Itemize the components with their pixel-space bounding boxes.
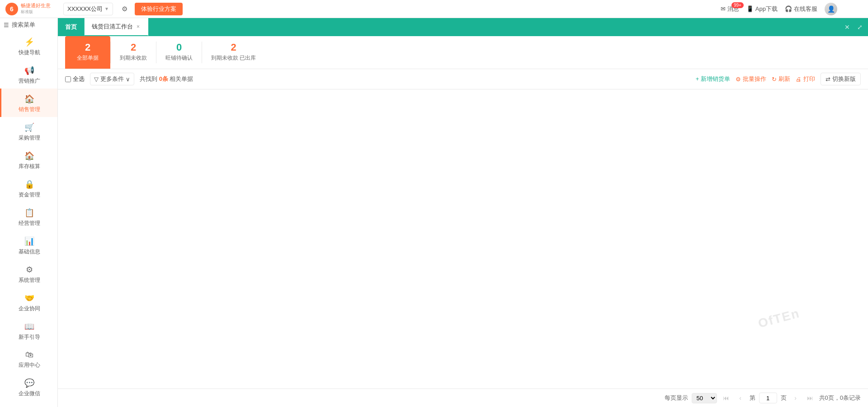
content-area: 首页 钱货日清工作台 × ✕ ⤢ 2 全部单据 2 <box>58 18 868 407</box>
sidebar-item-inventory[interactable]: 🏠 库存核算 <box>0 145 57 174</box>
inventory-icon: 🏠 <box>24 151 34 161</box>
print-label: 打印 <box>803 75 815 83</box>
sidebar-item-operations[interactable]: 📋 经营管理 <box>0 202 57 231</box>
tab-close-icon[interactable]: × <box>136 23 141 30</box>
batch-icon: ⚙ <box>736 76 741 83</box>
toolbar-right: + 新增销货单 ⚙ 批量操作 ↻ 刷新 🖨 打印 ⇄ <box>696 73 861 85</box>
print-icon: 🖨 <box>796 76 802 83</box>
page-label: 第 <box>750 394 755 402</box>
filter-button[interactable]: ▽ 更多条件 ∨ <box>90 73 134 85</box>
online-service-button[interactable]: 🎧 在线客服 <box>785 5 817 13</box>
tab-bar: 首页 钱货日清工作台 × ✕ ⤢ <box>58 18 868 36</box>
next-page-button[interactable]: › <box>790 393 801 403</box>
sidebar-item-member[interactable]: 👑 畅会员 <box>0 401 57 407</box>
sidebar-item-cooperation[interactable]: 🤝 企业协同 <box>0 288 57 316</box>
stat-num-all: 2 <box>85 42 90 53</box>
filter-arrow-icon: ∨ <box>126 76 130 83</box>
quick-nav-label: 快捷导航 <box>19 49 40 56</box>
system-label: 系统管理 <box>19 276 40 284</box>
sidebar-item-purchase[interactable]: 🛒 采购管理 <box>0 117 57 145</box>
purchase-label: 采购管理 <box>19 134 40 142</box>
finance-label: 资金管理 <box>19 191 40 199</box>
add-sale-label: + 新增销货单 <box>696 75 730 83</box>
top-bar-center: ⚙ 体验行业方案 <box>118 3 721 15</box>
batch-operation-button[interactable]: ⚙ 批量操作 <box>736 75 766 83</box>
top-bar-right: ✉ 消息 99+ 📱 App下载 🎧 在线客服 👤 <box>721 3 863 15</box>
print-button[interactable]: 🖨 打印 <box>796 75 815 83</box>
sidebar-item-quick-nav[interactable]: ⚡ 快捷导航 <box>0 32 57 60</box>
trial-button[interactable]: 体验行业方案 <box>135 3 183 15</box>
prev-page-button[interactable]: ‹ <box>735 393 746 403</box>
service-icon: 🎧 <box>785 5 792 12</box>
filter-icon: ▽ <box>94 76 99 83</box>
table-area <box>58 89 868 388</box>
settings-icon[interactable]: ⚙ <box>118 3 131 15</box>
avatar[interactable]: 👤 <box>825 3 837 15</box>
select-all-input[interactable] <box>65 76 71 82</box>
result-suffix: 相关单据 <box>170 75 193 82</box>
search-menu-item[interactable]: ☰ 搜索菜单 <box>0 18 57 32</box>
logo-sub: 标准版 <box>21 9 51 15</box>
finance-icon: 🔒 <box>24 179 34 189</box>
stats-tabs: 2 全部单据 2 到期未收款 0 旺铺待确认 2 到期未收款 已出库 <box>58 36 868 69</box>
messages-button[interactable]: ✉ 消息 99+ <box>721 5 739 13</box>
avatar-placeholder: 👤 <box>825 3 837 15</box>
last-page-button[interactable]: ⏭ <box>805 393 816 403</box>
sidebar-item-wecom[interactable]: 💬 企业微信 <box>0 373 57 401</box>
stat-num-shipped: 2 <box>231 42 236 53</box>
wecom-label: 企业微信 <box>19 390 40 398</box>
search-menu-icon: ☰ <box>4 22 9 28</box>
filter-label: 更多条件 <box>100 75 124 83</box>
top-bar: 6 畅捷通好生意 标准版 XXXXXX公司 ▼ ⚙ 体验行业方案 ✉ 消息 99… <box>0 0 868 18</box>
tab-bar-right: ✕ ⤢ <box>843 22 868 33</box>
select-all-label: 全选 <box>73 75 85 83</box>
stat-num-pending: 0 <box>176 42 182 53</box>
company-name: XXXXXX公司 <box>67 5 103 13</box>
stat-tab-pending[interactable]: 0 旺铺待确认 <box>156 36 202 69</box>
sidebar-item-sales[interactable]: 🏠 销售管理 <box>0 89 57 117</box>
search-menu-label: 搜索菜单 <box>12 21 35 29</box>
tab-home[interactable]: 首页 <box>58 18 85 36</box>
messages-badge: 99+ <box>731 2 744 8</box>
page-size-label: 每页显示 <box>665 394 688 402</box>
tab-workbench-label: 钱货日清工作台 <box>92 23 133 31</box>
stat-tab-overdue[interactable]: 2 到期未收款 <box>111 36 156 69</box>
pagination: 每页显示 10 20 50 100 ⏮ ‹ 第 1 页 › ⏭ 共0页，0条记录 <box>58 388 868 407</box>
tab-close-window-icon[interactable]: ✕ <box>843 22 852 33</box>
sidebar-item-beginner[interactable]: 📖 新手引导 <box>0 316 57 345</box>
logo-area: 6 畅捷通好生意 标准版 <box>5 3 63 15</box>
total-info: 共0页，0条记录 <box>819 394 861 402</box>
cooperation-label: 企业协同 <box>19 305 40 313</box>
refresh-label: 刷新 <box>778 75 790 83</box>
refresh-icon: ↻ <box>772 76 777 83</box>
page-size-select[interactable]: 10 20 50 100 <box>692 393 717 403</box>
stat-tab-shipped[interactable]: 2 到期未收款 已出库 <box>202 36 265 69</box>
app-center-label: 应用中心 <box>19 361 40 369</box>
operations-icon: 📋 <box>24 208 34 218</box>
sidebar-item-app-center[interactable]: 🛍 应用中心 <box>0 345 57 373</box>
wecom-icon: 💬 <box>24 378 34 388</box>
app-download-icon: 📱 <box>746 5 754 12</box>
stat-tab-all[interactable]: 2 全部单据 <box>65 36 110 69</box>
basic-info-icon: 📊 <box>24 236 34 246</box>
system-icon: ⚙ <box>26 265 33 275</box>
app-download-label: App下载 <box>755 5 778 13</box>
select-all-checkbox[interactable]: 全选 <box>65 75 85 83</box>
first-page-button[interactable]: ⏮ <box>721 393 731 403</box>
company-selector[interactable]: XXXXXX公司 ▼ <box>63 3 113 15</box>
sidebar-item-marketing[interactable]: 📢 营销推广 <box>0 60 57 89</box>
result-prefix: 共找到 <box>140 75 157 82</box>
marketing-icon: 📢 <box>24 65 34 75</box>
sidebar-item-system[interactable]: ⚙ 系统管理 <box>0 259 57 288</box>
page-number-input[interactable]: 1 <box>759 393 777 403</box>
tab-home-label: 首页 <box>65 23 77 31</box>
switch-version-button[interactable]: ⇄ 切换新版 <box>821 73 861 85</box>
tab-workbench[interactable]: 钱货日清工作台 × <box>85 18 148 36</box>
sidebar-item-finance[interactable]: 🔒 资金管理 <box>0 174 57 202</box>
app-download-button[interactable]: 📱 App下载 <box>746 5 778 13</box>
add-sale-button[interactable]: + 新增销货单 <box>696 75 730 83</box>
refresh-button[interactable]: ↻ 刷新 <box>772 75 790 83</box>
stat-label-overdue: 到期未收款 <box>120 54 147 62</box>
sidebar-item-basic-info[interactable]: 📊 基础信息 <box>0 231 57 259</box>
tab-maximize-icon[interactable]: ⤢ <box>855 22 864 33</box>
